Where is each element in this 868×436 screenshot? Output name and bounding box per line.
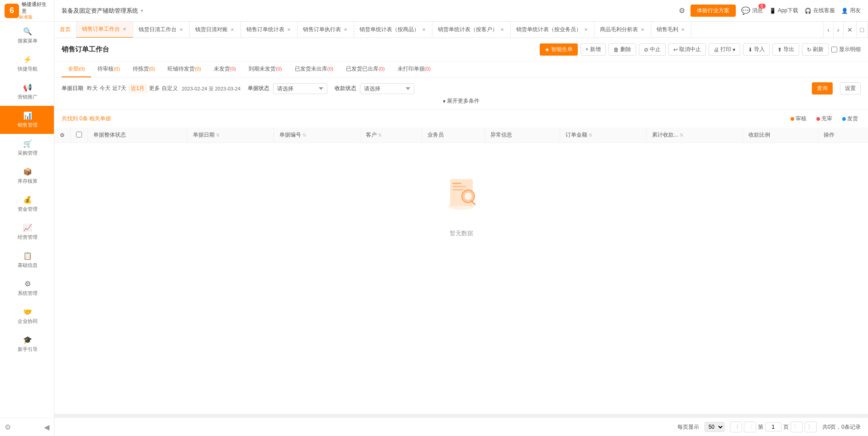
print-button[interactable]: 🖨 打印 ▾ [709,43,740,56]
payment-select[interactable]: 请选择 [360,83,414,94]
table-action-review[interactable]: 审核 [788,114,809,124]
tab-close-shipment-stats-staff[interactable]: ✕ [583,27,589,33]
sys-name-dropdown-icon[interactable]: ▾ [141,8,143,13]
close-all-tab-btn[interactable]: ✕ [844,22,857,38]
tab-cash-reconcile[interactable]: 钱货日清对账✕ [190,22,241,38]
sidebar-item-guide[interactable]: 🎓新手引导 [0,330,54,358]
sub-tab-pending-inspect[interactable]: 待拣货(0) [126,62,161,77]
status-select[interactable]: 请选择 [273,83,327,94]
date-shortcut-今天[interactable]: 今天 [100,85,110,92]
sidebar-item-inventory[interactable]: 📦库存核算 [0,162,54,190]
tab-sales-workbench[interactable]: 销售订单工作台✕ [77,22,133,38]
smart-create-button[interactable]: ★ 智能生单 [540,43,578,56]
per-page-select[interactable]: 50 [705,422,724,432]
sub-tab-wangpu-pending[interactable]: 旺铺待发货(0) [161,62,207,77]
table-action-ship[interactable]: 发货 [839,114,861,124]
tab-close-sales-profit[interactable]: ✕ [680,27,686,33]
next-tab-btn[interactable]: › [834,22,844,38]
message-action[interactable]: 💬 消息 6 [741,6,763,15]
date-shortcut-近7天[interactable]: 近7天 [112,85,126,92]
tab-close-sales-execution[interactable]: ✕ [343,27,348,33]
sub-tab-overdue-not-shipped[interactable]: 到期未发货(0) [242,62,288,77]
col-header-number[interactable]: 单据编号⇅ [274,128,360,143]
date-shortcut-昨天[interactable]: 昨天 [87,85,98,92]
suspend-button[interactable]: ⊘ 中止 [639,43,666,56]
delete-button[interactable]: 🗑 删除 [609,43,636,56]
user-action[interactable]: 👤 用友 [841,7,861,14]
sidebar-item-purchase[interactable]: 🛒采购管理 [0,134,54,162]
tab-close-sales-workbench[interactable]: ✕ [122,26,127,32]
date-shortcut-自定义[interactable]: 自定义 [162,85,178,92]
sub-tab-not-shipped[interactable]: 未发货(0) [207,62,242,77]
horizontal-scrollbar[interactable] [54,414,868,417]
sub-tab-all[interactable]: 全部(0) [62,62,91,77]
current-page-input[interactable] [765,422,782,431]
cancel-suspend-button[interactable]: ↩ 取消中止 [668,43,706,56]
tab-shipment-stats-product[interactable]: 销货单统计表（按商品）✕ [354,22,432,38]
sidebar-item-operations[interactable]: 📈经营管理 [0,218,54,246]
tab-close-shipment-stats-customer[interactable]: ✕ [499,27,505,33]
sub-tab-not-printed[interactable]: 未打印单据(0) [391,62,437,77]
col-header-date[interactable]: 单据日期⇅ [187,128,274,143]
prev-page-button[interactable]: 〈 [744,422,756,432]
sort-icon-received[interactable]: ⇅ [680,133,683,137]
refresh-button[interactable]: ↻ 刷新 [802,43,829,56]
tab-product-margin[interactable]: 商品毛利分析表✕ [595,22,651,38]
col-header-amount[interactable]: 订单金额⇅ [560,128,646,143]
sidebar-item-quick-nav[interactable]: ⚡快捷导航 [0,50,54,78]
sidebar-item-basic-info[interactable]: 📋基础信息 [0,246,54,274]
header-gear-icon[interactable]: ⚙ [679,6,685,15]
sort-icon-number[interactable]: ⇅ [302,133,306,137]
import-button[interactable]: ⬇ 导入 [743,43,770,56]
table-action-revoke[interactable]: 充审 [814,114,835,124]
new-button[interactable]: + 新增 [580,43,606,56]
tab-close-product-margin[interactable]: ✕ [640,27,645,33]
collapse-icon[interactable]: ◀ [44,423,49,431]
tab-sales-profit[interactable]: 销售毛利✕ [651,22,691,38]
settings-icon[interactable]: ⚙ [5,423,11,431]
tab-close-shipment-stats-product[interactable]: ✕ [421,27,427,33]
tab-close-cash-daily[interactable]: ✕ [178,27,184,33]
search-button[interactable]: 查询 [812,82,833,95]
export-button[interactable]: ⬆ 导出 [772,43,799,56]
tab-close-sales-stats[interactable]: ✕ [286,27,292,33]
tab-sales-stats[interactable]: 销售订单统计表✕ [241,22,297,38]
settings-button[interactable]: 设置 [840,82,861,95]
date-shortcut-近1月[interactable]: 近1月 [128,84,148,93]
sidebar-item-search[interactable]: 🔍搜索菜单 [0,22,54,50]
show-detail-checkbox-wrap[interactable]: 显示明细 [831,46,861,53]
select-all-checkbox[interactable] [76,132,82,137]
sub-tab-shipped-out[interactable]: 已发货已出库(0) [340,62,391,77]
show-detail-checkbox[interactable] [831,47,837,52]
sidebar-item-cooperation[interactable]: 🤝企业协同 [0,302,54,330]
sort-icon-date[interactable]: ⇅ [216,133,220,137]
prev-tab-btn[interactable]: ‹ [824,22,834,38]
sidebar-item-marketing[interactable]: 📢营销推广 [0,78,54,106]
sort-icon-customer[interactable]: ⇅ [378,133,382,137]
col-header-received[interactable]: 累计收款...⇅ [646,128,743,143]
tab-shipment-stats-staff[interactable]: 销货单统计表（按业务员）✕ [511,22,595,38]
expand-filter-button[interactable]: ▾ 展开更多条件 [443,97,480,105]
sidebar-item-system[interactable]: ⚙系统管理 [0,274,54,302]
content-wrap: 销售订单工作台 ★ 智能生单 + 新增 🗑 删除 ⊘ 中止 [54,38,868,436]
tab-sales-execution[interactable]: 销售订单执行表✕ [297,22,354,38]
tab-home[interactable]: 首页 [54,22,77,38]
sub-tab-shipped-not-in[interactable]: 已发货未出库(0) [288,62,340,77]
experience-button[interactable]: 体验行业方案 [691,5,736,17]
date-shortcut-更多[interactable]: 更多 [149,85,160,92]
sub-tab-pending-review[interactable]: 待审核(0) [91,62,126,77]
column-settings-icon[interactable]: ⚙ [60,132,65,138]
sidebar-item-sales[interactable]: 📊销售管理 [0,106,54,134]
tab-close-cash-reconcile[interactable]: ✕ [230,27,235,33]
last-page-button[interactable]: 》 [805,422,817,432]
online-service-action[interactable]: 🎧 在线客服 [805,7,835,14]
col-header-customer[interactable]: 客户⇅ [360,128,422,143]
next-page-button[interactable]: 〉 [791,422,803,432]
tab-cash-daily[interactable]: 钱货日清工作台✕ [133,22,190,38]
first-page-button[interactable]: 《 [730,422,742,432]
app-download-action[interactable]: 📱 App下载 [769,7,798,14]
sort-icon-amount[interactable]: ⇅ [589,133,592,137]
tab-shipment-stats-customer[interactable]: 销货单统计表（按客户）✕ [432,22,511,38]
restore-tab-btn[interactable]: □ [857,22,868,38]
sidebar-item-finance[interactable]: 💰资金管理 [0,190,54,218]
